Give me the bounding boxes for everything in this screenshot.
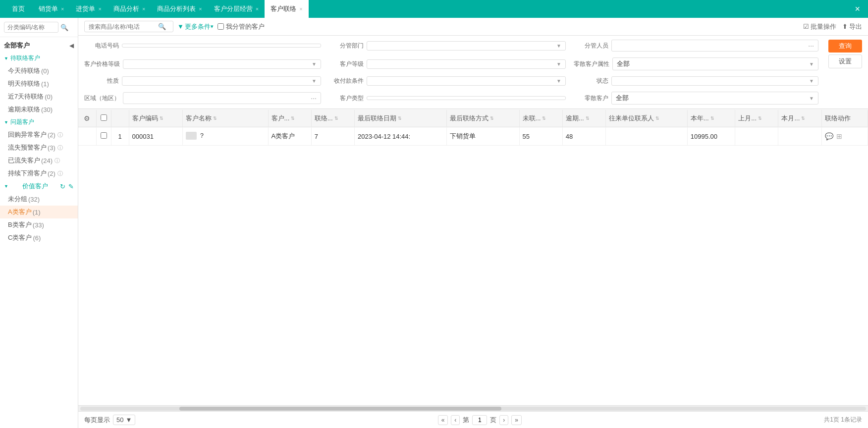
nav-home[interactable]: 首页 xyxy=(4,0,33,18)
th-unit-contact: 往来单位联系人 ⇅ xyxy=(605,110,687,127)
group-pending-contact[interactable]: 待联络客户 xyxy=(0,52,78,64)
sidebar-search-input[interactable] xyxy=(4,22,58,33)
row-lastmonth-cell xyxy=(735,127,778,146)
sidebar-item-declining[interactable]: 持续下滑客户(2)ⓘ xyxy=(0,167,78,180)
contact-sort-icon[interactable]: ⇅ xyxy=(334,116,338,121)
comment-icon[interactable]: 💬 xyxy=(825,132,833,140)
customer-type-label: 客户类型 xyxy=(329,94,364,103)
lastmonth-sort-icon[interactable]: ⇅ xyxy=(758,116,762,121)
repurchase-info-icon[interactable]: ⓘ xyxy=(57,131,63,139)
select-all-checkbox[interactable] xyxy=(101,114,107,121)
sidebar-item-today-contact[interactable]: 今天待联络(0) xyxy=(0,64,78,77)
per-page-select[interactable]: 50 ▼ xyxy=(113,415,135,425)
phone-input[interactable] xyxy=(122,44,321,48)
batch-op-button[interactable]: ☑ 批量操作 xyxy=(803,22,836,31)
churn-warning-info-icon[interactable]: ⓘ xyxy=(57,144,63,152)
ctype-sort-icon[interactable]: ⇅ xyxy=(291,116,295,121)
horizontal-scrollbar[interactable] xyxy=(78,405,868,411)
row-method-cell: 下销货单 xyxy=(447,127,519,146)
close-all-button[interactable]: × xyxy=(851,4,864,14)
next-page-button[interactable]: › xyxy=(499,415,508,425)
close-product-list-tab[interactable]: × xyxy=(199,6,202,12)
nav-tab-customer-contact[interactable]: 客户联络 × xyxy=(265,0,308,18)
query-button[interactable]: 查询 xyxy=(828,40,862,53)
name-sort-icon[interactable]: ⇅ xyxy=(213,116,217,121)
scrollbar-thumb[interactable] xyxy=(179,407,501,411)
manager-input[interactable]: ··· xyxy=(611,40,818,52)
method-link[interactable]: 下销货单 xyxy=(450,132,476,140)
notcontact-sort-icon[interactable]: ⇅ xyxy=(542,116,546,121)
close-product-analysis-tab[interactable]: × xyxy=(142,6,145,12)
prev-page-button[interactable]: ‹ xyxy=(451,415,460,425)
sidebar-item-churn-warning[interactable]: 流失预警客户(3)ⓘ xyxy=(0,141,78,154)
page-number-input[interactable] xyxy=(472,415,487,425)
sidebar-item-tomorrow-contact[interactable]: 明天待联络(1) xyxy=(0,77,78,90)
main-layout: 🔍 全部客户 ◀ 待联络客户 今天待联络(0) 明天待联络(1) 近7天待联络(… xyxy=(0,18,868,428)
gear-settings-icon[interactable]: ⚙ xyxy=(81,114,93,122)
declining-info-icon[interactable]: ⓘ xyxy=(57,170,63,177)
manager-label: 分管人员 xyxy=(574,42,608,50)
sidebar-item-class-c[interactable]: C类客户(6) xyxy=(0,231,78,244)
thisyear-sort-icon[interactable]: ⇅ xyxy=(710,116,714,121)
close-customer-segment-tab[interactable]: × xyxy=(256,6,259,12)
nav-tab-customer-segment[interactable]: 客户分层经营 × xyxy=(208,0,265,18)
unit-sort-icon[interactable]: ⇅ xyxy=(655,116,659,121)
edit-group-icon[interactable]: ✎ xyxy=(68,183,74,190)
retail-attr-select[interactable]: 全部 ▼ xyxy=(612,57,818,70)
advanced-filters: 电话号码 分管部门 ▼ xyxy=(78,36,868,109)
dept-select[interactable]: ▼ xyxy=(367,41,566,51)
group-problem-customers[interactable]: 问题客户 xyxy=(0,116,78,128)
thismonth-sort-icon[interactable]: ⇅ xyxy=(801,116,805,121)
nature-select[interactable]: ▼ xyxy=(122,76,321,86)
sidebar-item-churned[interactable]: 已流失客户(24)ⓘ xyxy=(0,154,78,167)
row-contact-count-cell: 7 xyxy=(311,127,354,146)
row-checkbox[interactable] xyxy=(101,132,107,139)
search-input[interactable] xyxy=(89,23,158,30)
sidebar-item-7day-contact[interactable]: 近7天待联络(0) xyxy=(0,90,78,103)
price-grade-select[interactable]: ▼ xyxy=(123,59,321,69)
method-sort-icon[interactable]: ⇅ xyxy=(490,116,494,121)
code-sort-icon[interactable]: ⇅ xyxy=(160,116,163,121)
customer-avatar xyxy=(186,132,197,140)
close-sales-tab[interactable]: × xyxy=(61,6,64,12)
scrollbar-track xyxy=(80,407,866,411)
churned-info-icon[interactable]: ⓘ xyxy=(54,157,60,164)
th-checkbox xyxy=(96,110,111,127)
last-page-button[interactable]: » xyxy=(511,415,522,425)
sidebar-item-repurchase-abnormal[interactable]: 回购异常客户(2)ⓘ xyxy=(0,128,78,141)
last-date-sort-icon[interactable]: ⇅ xyxy=(398,116,402,121)
sidebar-item-class-b[interactable]: B类客户(33) xyxy=(0,218,78,231)
retail-attr-label: 零散客户属性 xyxy=(574,60,609,68)
sidebar-collapse-icon[interactable]: ◀ xyxy=(69,42,74,49)
sidebar-search-icon[interactable]: 🔍 xyxy=(60,24,68,31)
sidebar-item-class-a[interactable]: A类客户(1) xyxy=(0,206,78,218)
payment-select[interactable]: ▼ xyxy=(367,76,566,86)
export-button[interactable]: ⬆ 导出 xyxy=(842,22,862,31)
status-select[interactable]: ▼ xyxy=(611,76,818,86)
nav-tab-product-list[interactable]: 商品分析列表 × xyxy=(151,0,208,18)
search-icon[interactable]: 🔍 xyxy=(158,23,166,30)
nav-tab-purchase[interactable]: 进货单 × xyxy=(70,0,107,18)
overdue-sort-icon[interactable]: ⇅ xyxy=(586,116,590,121)
my-customers-checkbox[interactable] xyxy=(217,23,224,30)
first-page-button[interactable]: « xyxy=(438,415,448,425)
nav-tab-product-analysis[interactable]: 商品分析 × xyxy=(108,0,151,18)
sidebar-item-overdue-contact[interactable]: 逾期未联络(30) xyxy=(0,103,78,116)
customer-type-input[interactable] xyxy=(367,96,566,100)
my-customers-checkbox-label[interactable]: 我分管的客户 xyxy=(217,22,265,31)
link-icon[interactable]: ⊞ xyxy=(836,132,842,140)
retail-customer-select[interactable]: 全部 ▼ xyxy=(611,92,818,105)
close-purchase-tab[interactable]: × xyxy=(98,6,101,12)
table-scroll[interactable]: ⚙ 客户编码 ⇅ xyxy=(78,110,868,405)
region-input[interactable]: ··· xyxy=(123,92,321,104)
filter-retail-attr: 零散客户属性 全部 ▼ xyxy=(574,57,818,70)
customer-grade-select[interactable]: ▼ xyxy=(367,59,566,69)
export-icon: ⬆ xyxy=(842,23,848,30)
nav-tab-sales[interactable]: 销货单 × xyxy=(33,0,70,18)
sidebar-item-unclassified[interactable]: 未分组(32) xyxy=(0,193,78,206)
refresh-icon[interactable]: ↻ xyxy=(60,183,65,190)
group-value-customers[interactable]: 价值客户 ↻ ✎ xyxy=(0,180,78,193)
more-conditions-button[interactable]: ▼ 更多条件 ▾ xyxy=(177,22,214,31)
settings-button[interactable]: 设置 xyxy=(828,54,862,68)
close-customer-contact-tab[interactable]: × xyxy=(299,6,302,12)
